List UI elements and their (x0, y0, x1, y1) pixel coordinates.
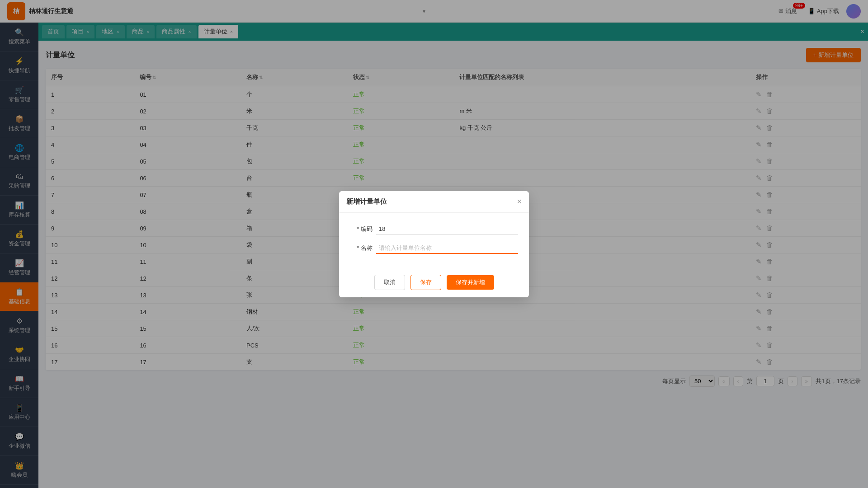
save-new-button[interactable]: 保存并新增 (447, 275, 494, 290)
form-row-code: * 编码 (350, 224, 518, 235)
modal-overlay[interactable]: 新增计量单位 × * 编码 * 名称 取消 保存 保存并新增 (0, 0, 868, 488)
code-label: * 编码 (350, 225, 373, 233)
modal-header: 新增计量单位 × (339, 191, 529, 213)
modal-close-btn[interactable]: × (517, 197, 522, 206)
code-input[interactable] (376, 224, 518, 235)
save-button[interactable]: 保存 (410, 275, 441, 290)
modal-footer: 取消 保存 保存并新增 (339, 269, 529, 297)
form-row-name: * 名称 (350, 243, 518, 254)
name-label: * 名称 (350, 244, 373, 252)
cancel-button[interactable]: 取消 (374, 275, 405, 290)
modal-body: * 编码 * 名称 (339, 213, 529, 269)
modal-title: 新增计量单位 (346, 197, 387, 206)
modal-box: 新增计量单位 × * 编码 * 名称 取消 保存 保存并新增 (339, 191, 529, 297)
name-input[interactable] (376, 243, 518, 254)
